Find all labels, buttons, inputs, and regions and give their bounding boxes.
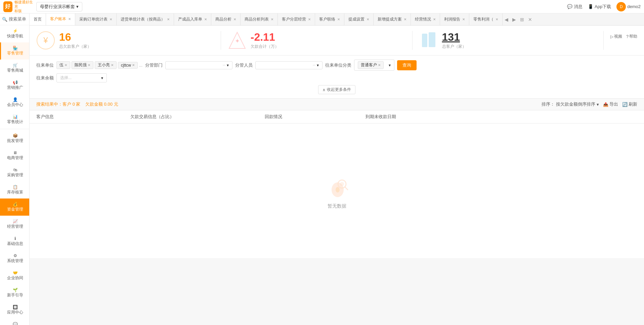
- tag-close-icon[interactable]: ✕: [132, 63, 135, 67]
- total-stat-numbers: 131 总客户（家）: [442, 32, 466, 49]
- sidebar-item-wholesale[interactable]: 📦 批发管理: [0, 130, 29, 147]
- sidebar-item-retail-stats[interactable]: 📊 零售统计: [0, 111, 29, 128]
- tab-close-icon[interactable]: ✕: [233, 17, 236, 21]
- tab-close-all-icon[interactable]: ✕: [526, 17, 534, 22]
- unit-type-select[interactable]: 普通客户 ✕ ▾: [354, 60, 394, 71]
- debt-label: 欠款合计（万）: [251, 44, 279, 49]
- video-link[interactable]: ▷ 视频: [610, 34, 622, 39]
- sidebar-item-purchase[interactable]: 🛍 采购管理: [0, 164, 29, 181]
- tab-close-icon[interactable]: ✕: [462, 17, 465, 21]
- tag-close-icon[interactable]: ✕: [65, 63, 67, 67]
- app-download-button[interactable]: 📱 App下载: [588, 4, 611, 10]
- sidebar-item-quick-nav[interactable]: ⚡ 快捷导航: [0, 25, 29, 42]
- sidebar-item-basic-info[interactable]: ℹ 基础信息: [0, 233, 29, 250]
- sidebar-item-operations[interactable]: 📈 经营管理: [0, 216, 29, 233]
- tab-inbound-stats[interactable]: 进货单统计表（按商品） ✕: [117, 13, 174, 26]
- tab-product-analysis-list[interactable]: 商品分析列表 ✕: [241, 13, 278, 26]
- filter-tag-wu[interactable]: 伍 ✕: [56, 61, 70, 69]
- tab-close-icon[interactable]: ✕: [496, 17, 498, 21]
- sidebar-item-enterprise-coop[interactable]: 🤝 企业协同: [0, 267, 29, 284]
- tag-close-icon[interactable]: ✕: [88, 63, 90, 67]
- tab-close-icon[interactable]: ✕: [308, 17, 311, 21]
- sidebar-item-marketing[interactable]: 📢 营销推广: [0, 77, 29, 94]
- sidebar-item-system[interactable]: ⚙ 系统管理: [0, 250, 29, 267]
- tab-profit-report[interactable]: 利润报告 ✕: [440, 13, 469, 26]
- tab-customer-accounts[interactable]: 客户账本 ✕: [46, 13, 75, 26]
- department-select[interactable]: ··· ▾: [165, 61, 232, 69]
- sidebar-item-member[interactable]: 👤 会员中心: [0, 94, 29, 111]
- sidebar-item-ecommerce[interactable]: 🖥 电商管理: [0, 147, 29, 164]
- collapse-button[interactable]: ∧ 收起更多条件: [318, 85, 355, 94]
- logo-text: 畅捷通好生意 标版: [14, 0, 33, 13]
- tab-close-icon[interactable]: ✕: [404, 17, 406, 21]
- tab-operations[interactable]: 经营情况 ✕: [411, 13, 440, 26]
- tab-close-icon[interactable]: ✕: [204, 17, 207, 21]
- balance-label: 往来余额: [36, 75, 54, 81]
- coop-icon: 🤝: [3, 270, 27, 275]
- tab-close-icon[interactable]: ✕: [367, 17, 369, 21]
- tab-customer-contact[interactable]: 客户联络 ✕: [315, 13, 344, 26]
- balance-select[interactable]: 选择... ▾: [56, 73, 107, 82]
- tab-close-icon[interactable]: ✕: [433, 17, 436, 21]
- tab-close-icon[interactable]: ✕: [271, 17, 273, 21]
- empty-state: 暂无数据: [324, 145, 350, 236]
- page-content: ¥ 16 总欠款客户（家） ✦: [30, 26, 644, 325]
- tag-close-icon[interactable]: ✕: [111, 63, 114, 67]
- tab-nav-right[interactable]: ▶: [510, 17, 518, 22]
- chevron-down-icon: ▾: [317, 63, 319, 68]
- account-selector[interactable]: 母婴行业演示帐套 ▾: [36, 2, 82, 11]
- help-link[interactable]: ? 帮助: [626, 34, 637, 39]
- tab-close-icon[interactable]: ✕: [68, 17, 71, 21]
- tab-customer-segment[interactable]: 客户分层经营 ✕: [278, 13, 315, 26]
- sidebar-item-retail-mall[interactable]: 🛒 零售商城: [0, 60, 29, 77]
- user-menu[interactable]: D demo2: [616, 2, 641, 11]
- operations-icon: 📈: [3, 219, 27, 224]
- search-icon: 🔍: [2, 17, 7, 22]
- export-icon: 📤: [603, 102, 608, 107]
- unit-type-tag[interactable]: 普通客户 ✕: [358, 61, 384, 69]
- tab-product-inbound[interactable]: 产成品入库单 ✕: [174, 13, 211, 26]
- tab-expand-icon[interactable]: ⊞: [518, 17, 526, 22]
- sidebar-item-app-center[interactable]: 🔲 应用中心: [0, 301, 29, 319]
- basic-info-icon: ℹ: [3, 236, 27, 241]
- marketing-icon: 📢: [3, 80, 27, 85]
- filter-tag-chen[interactable]: 陈民强 ✕: [72, 61, 93, 69]
- query-button[interactable]: 查询: [397, 60, 417, 70]
- stat-block-total: 131 总客户（家）: [419, 31, 604, 50]
- collapse-icon: ∧: [323, 87, 326, 92]
- tab-close-icon[interactable]: ✕: [167, 17, 170, 21]
- filter-tag-wang[interactable]: 王小亮 ✕: [95, 61, 117, 69]
- tab-promotion-settings[interactable]: 提成设置 ✕: [344, 13, 374, 26]
- manager-select[interactable]: ··· ▾: [255, 61, 323, 69]
- message-button[interactable]: 💬 消息: [567, 4, 583, 10]
- sidebar-item-finance[interactable]: 💰 资金管理: [0, 198, 29, 216]
- col-customer-info: 客户信息: [36, 114, 130, 120]
- sidebar-item-retail[interactable]: 🏪 零售管理: [0, 42, 29, 60]
- refresh-button[interactable]: 🔄 刷新: [622, 101, 637, 107]
- sidebar-item-enterprise-wechat[interactable]: 💬 企业微信: [0, 319, 29, 325]
- export-button[interactable]: 📤 导出: [603, 101, 618, 107]
- tag-close-icon[interactable]: ✕: [378, 63, 381, 67]
- tab-purchase-order[interactable]: 采购订单统计表 ✕: [75, 13, 117, 26]
- logo-area: 好 畅捷通好生意 标版: [3, 0, 33, 13]
- stat-block-customers: ¥ 16 总欠款客户（家）: [36, 31, 221, 50]
- refresh-icon: 🔄: [622, 102, 628, 107]
- sidebar-item-newbie[interactable]: 🌱 新手引导: [0, 284, 29, 301]
- results-actions: 排序： 按欠款金额倒序排序 ▾ 📤 导出 🔄 刷新: [542, 101, 637, 107]
- wechat-icon: 💬: [3, 322, 27, 325]
- tab-retail-profit[interactable]: 零售利润（ ✕: [469, 13, 503, 26]
- tab-close-icon[interactable]: ✕: [337, 17, 340, 21]
- filter-row-1: 往来单位 伍 ✕ 陈民强 ✕ 王小亮 ✕: [36, 60, 637, 71]
- tab-home[interactable]: 首页: [30, 13, 46, 26]
- filter-tag-cjttcw[interactable]: cjttcw ✕: [118, 62, 138, 69]
- ecommerce-icon: 🖥: [3, 150, 27, 155]
- sidebar-item-inventory[interactable]: 📋 库存核算: [0, 181, 29, 198]
- tab-close-icon[interactable]: ✕: [110, 17, 112, 21]
- main-content: 首页 客户账本 ✕ 采购订单统计表 ✕ 进货单统计表（按商品） ✕ 产成品入库单…: [30, 13, 644, 325]
- sort-selector[interactable]: 排序： 按欠款金额倒序排序 ▾: [542, 101, 599, 107]
- filter-more-tags[interactable]: ...: [139, 63, 142, 68]
- search-menu-item[interactable]: 🔍 搜索菜单: [0, 13, 29, 25]
- tab-product-analysis[interactable]: 商品分析 ✕: [211, 13, 241, 26]
- tab-new-promotion[interactable]: 新增提成方案 ✕: [374, 13, 411, 26]
- tab-nav-left[interactable]: ◀: [503, 17, 510, 22]
